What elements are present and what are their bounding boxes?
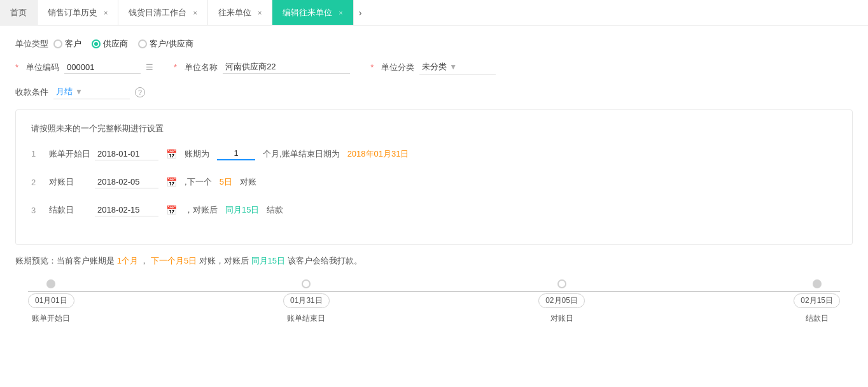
unit-type-label: 单位类型 — [15, 38, 48, 50]
tab-partner[interactable]: 往来单位 × — [208, 0, 272, 25]
timeline-node-3: 02月15日 结款日 — [794, 279, 840, 324]
timeline-dot-1 — [302, 279, 311, 288]
tab-sales-history[interactable]: 销售订单历史 × — [38, 0, 118, 25]
payment-terms-select[interactable]: 月结 ▼ — [53, 85, 130, 99]
period-row-2-num: 2 — [31, 178, 41, 187]
unit-code-field: * 单位编码 ☰ — [15, 61, 153, 74]
tab-edit-partner[interactable]: 编辑往来单位 × — [272, 0, 353, 25]
radio-customer[interactable]: 客户 — [53, 38, 81, 50]
start-date-input[interactable] — [95, 148, 158, 160]
timeline-badge-0: 01月01日 — [28, 293, 74, 308]
period-row-3-desc2: 结款 — [267, 204, 283, 216]
unit-category-label: 单位分类 — [381, 62, 414, 73]
period-row-2: 2 对账日 📅 ,下一个 5日 对账 — [31, 176, 837, 188]
period-row-1-label: 账单开始日 — [49, 148, 87, 160]
radio-customer-label: 客户 — [65, 38, 81, 50]
period-row-1-end-date: 2018年01月31日 — [347, 148, 409, 160]
timeline-badge-2: 02月05日 — [538, 293, 585, 308]
start-date-calendar-icon[interactable]: 📅 — [166, 149, 177, 159]
period-box-title: 请按照未来的一个完整帐期进行设置 — [31, 123, 837, 134]
payment-terms-dropdown-icon: ▼ — [75, 87, 83, 96]
unit-info-row: * 单位编码 ☰ * 单位名称 * 单位分类 未分类 ▼ — [15, 60, 853, 74]
tab-sales-history-close[interactable]: × — [104, 9, 108, 17]
period-row-2-desc1: ,下一个 — [185, 176, 212, 188]
timeline-node-2: 02月05日 对账日 — [538, 279, 585, 324]
timeline-badge-3: 02月15日 — [794, 293, 840, 308]
payment-terms-help-icon[interactable]: ? — [135, 87, 145, 97]
tab-home[interactable]: 首页 — [0, 0, 38, 25]
period-row-1: 1 账单开始日 📅 账期为 个月,账单结束日期为 2018年01月31日 — [31, 147, 837, 160]
timeline-dot-3 — [813, 279, 822, 288]
unit-name-field: * 单位名称 — [174, 61, 350, 74]
radio-both-label: 客户/供应商 — [150, 38, 193, 50]
unit-name-required: * — [174, 62, 177, 72]
tab-partner-close[interactable]: × — [258, 9, 262, 17]
period-row-3: 3 结款日 📅 ，对账后 同月15日 结款 — [31, 204, 837, 216]
unit-code-input[interactable] — [64, 61, 141, 74]
months-input[interactable] — [217, 147, 255, 160]
timeline-dots: 01月01日 账单开始日 01月31日 账单结束日 02月05日 对账日 02月… — [28, 279, 840, 324]
period-row-1-num: 1 — [31, 149, 41, 158]
preview-text: 账期预览：当前客户账期是 1个月 ， 下一个月5日 对账，对账后 同月15日 该… — [15, 255, 853, 267]
preview-text2: ， — [140, 256, 148, 265]
timeline-label-3: 结款日 — [806, 313, 829, 324]
period-row-3-highlight: 同月15日 — [225, 204, 259, 216]
tab-sales-history-label: 销售订单历史 — [48, 7, 97, 18]
tab-cash-work[interactable]: 钱货日清工作台 × — [118, 0, 207, 25]
period-row-3-desc1: ，对账后 — [185, 204, 218, 216]
radio-supplier[interactable]: 供应商 — [92, 38, 128, 50]
tab-cash-work-close[interactable]: × — [193, 9, 197, 17]
tab-edit-partner-label: 编辑往来单位 — [283, 7, 332, 18]
radio-supplier-label: 供应商 — [103, 38, 128, 50]
radio-customer-circle — [53, 39, 62, 48]
preview-label: 账期预览：当前客户账期是 — [15, 256, 115, 265]
payment-terms-field: 收款条件 月结 ▼ ? — [15, 85, 145, 99]
period-settings-box: 请按照未来的一个完整帐期进行设置 1 账单开始日 📅 账期为 个月,账单结束日期… — [15, 109, 853, 245]
period-row-3-label: 结款日 — [49, 204, 87, 216]
unit-category-required: * — [370, 62, 374, 72]
tabs-bar: 首页 销售订单历史 × 钱货日清工作台 × 往来单位 × 编辑往来单位 × › — [0, 0, 868, 25]
timeline-label-0: 账单开始日 — [32, 313, 70, 324]
tab-edit-partner-close[interactable]: × — [339, 9, 342, 17]
timeline-label-1: 账单结束日 — [287, 313, 325, 324]
period-row-2-highlight: 5日 — [220, 176, 232, 188]
unit-name-input[interactable] — [223, 61, 350, 74]
radio-both[interactable]: 客户/供应商 — [138, 38, 193, 50]
radio-supplier-circle — [92, 39, 101, 48]
period-row-2-desc2: 对账 — [240, 176, 256, 188]
period-row-2-label: 对账日 — [49, 176, 87, 188]
unit-type-field: 单位类型 客户 供应商 客户/供应商 — [15, 38, 193, 50]
period-row-1-desc1: 账期为 — [185, 148, 209, 160]
preview-part3: 同月15日 — [251, 256, 285, 265]
payment-date-calendar-icon[interactable]: 📅 — [166, 205, 177, 215]
unit-category-value: 未分类 — [422, 61, 447, 73]
timeline-container: 01月01日 账单开始日 01月31日 账单结束日 02月05日 对账日 02月… — [15, 279, 853, 324]
unit-category-select[interactable]: 未分类 ▼ — [419, 60, 496, 74]
timeline-node-0: 01月01日 账单开始日 — [28, 279, 74, 324]
unit-category-field: * 单位分类 未分类 ▼ — [370, 60, 496, 74]
main-content: 单位类型 客户 供应商 客户/供应商 * 单位编码 — [0, 25, 868, 387]
unit-type-row: 单位类型 客户 供应商 客户/供应商 — [15, 38, 853, 50]
unit-code-required: * — [15, 62, 18, 72]
timeline-node-1: 01月31日 账单结束日 — [283, 279, 330, 324]
timeline-badge-1: 01月31日 — [283, 293, 330, 308]
unit-name-label: 单位名称 — [185, 62, 218, 73]
tabs-more-button[interactable]: › — [354, 0, 367, 25]
payment-date-input[interactable] — [95, 204, 158, 216]
reconcile-date-calendar-icon[interactable]: 📅 — [166, 177, 177, 187]
timeline-dot-0 — [46, 279, 55, 288]
preview-part1: 1个月 — [117, 256, 138, 265]
payment-terms-value: 月结 — [56, 86, 73, 97]
unit-code-label: 单位编码 — [26, 62, 59, 73]
payment-terms-label: 收款条件 — [15, 87, 48, 98]
preview-part2: 下一个月5日 — [151, 256, 197, 265]
unit-type-radio-group: 客户 供应商 客户/供应商 — [53, 38, 193, 50]
timeline-dot-2 — [557, 279, 566, 288]
preview-text3: 对账，对账后 — [199, 256, 249, 265]
reconcile-date-input[interactable] — [95, 176, 158, 188]
unit-code-icon[interactable]: ☰ — [146, 62, 153, 72]
tab-home-label: 首页 — [10, 7, 27, 18]
period-row-3-num: 3 — [31, 206, 41, 215]
period-row-1-desc2: 个月,账单结束日期为 — [263, 148, 340, 160]
payment-terms-row: 收款条件 月结 ▼ ? — [15, 85, 853, 99]
